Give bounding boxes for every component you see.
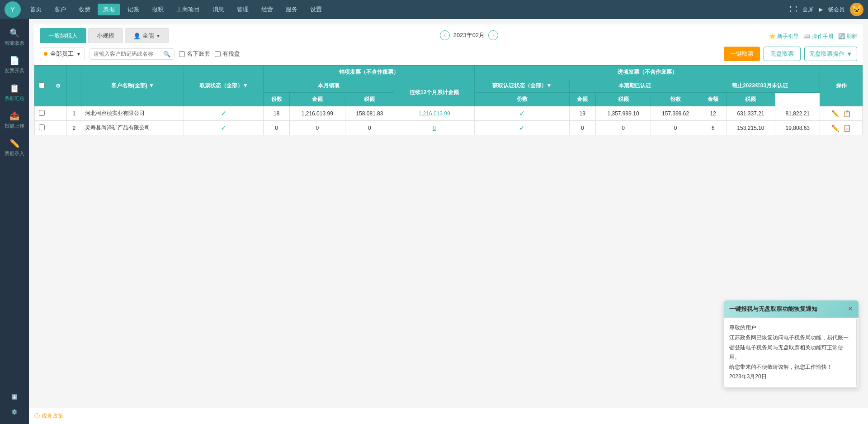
row-sales-amount: 1,216,013.99 — [289, 106, 345, 121]
tab-all-round[interactable]: 👤 全能 ▼ — [125, 28, 169, 43]
th-sales-group: 销项发票（不含作废票） — [264, 66, 475, 79]
sidebar-item-invoice-entry[interactable]: ✏️ 票据录入 — [0, 134, 29, 162]
th-sales-amount: 金额 — [289, 93, 345, 106]
th-monthly-sales: 本月销项 — [264, 79, 394, 93]
account-checkbox-item: 名下账套 — [179, 50, 210, 58]
th-cumulative12: 连续12个月累计金额 — [394, 79, 475, 106]
invoice-open-icon: 📄 — [9, 56, 19, 66]
member-icon: ▶ — [819, 6, 823, 13]
tab-all-round-icon: 👤 — [133, 33, 141, 39]
manual-icon: 📖 — [803, 33, 810, 39]
diskless-ticket-dropdown-btn[interactable]: 无盘取票操作 ▼ — [804, 47, 857, 61]
table-row: 2 灵寿县尚泽矿产品有限公司 ✓ 0 0 0 0 ✓ 0 0 0 6 153,2… — [35, 121, 863, 135]
notification-title: 一键报税与无盘取票功能恢复通知 — [729, 305, 817, 313]
row-cert-status: ✓ — [475, 106, 570, 121]
tab-small-scale[interactable]: 小规模 — [88, 28, 123, 43]
sidebar-item-scan-upload[interactable]: 📤 扫描上传 — [0, 106, 29, 134]
nav-message[interactable]: 消息 — [207, 4, 230, 15]
employee-select[interactable]: 全部员工 ▼ — [40, 48, 85, 60]
row-purchase-tax: 157,399.62 — [651, 106, 700, 121]
notification-popup: 一键报税与无盘取票功能恢复通知 ✕ 尊敬的用户：江苏政务网已恢复访问电子税务局功… — [723, 300, 859, 388]
bottom-bar: ⓘ 税务政策 — [29, 408, 868, 424]
search-box: 🔍 — [90, 48, 175, 60]
row-select-checkbox[interactable] — [39, 110, 45, 116]
tabs-row: 一般纳税人 小规模 👤 全能 ▼ ‹ 2023年02月 › ⭐ 新手引导 — [34, 24, 863, 43]
sidebar-item-label-scan-upload: 扫描上传 — [5, 123, 24, 129]
row-uncert-tax: 81,822.21 — [775, 106, 820, 121]
nav-home[interactable]: 首页 — [24, 4, 47, 15]
nav-manage[interactable]: 管理 — [231, 4, 254, 15]
account-checkbox[interactable] — [179, 51, 185, 57]
row-sales-tax: 158,081.83 — [345, 106, 394, 121]
th-action: 操作 — [820, 66, 863, 106]
tax-policy-link[interactable]: ⓘ 税务政策 — [34, 412, 63, 420]
month-nav: ‹ 2023年02月 › — [440, 30, 498, 43]
edit-icon[interactable]: ✏️ — [831, 124, 839, 132]
nav-customer[interactable]: 客户 — [49, 4, 71, 15]
account-checkbox-label: 名下账套 — [187, 50, 210, 58]
row-index: 1 — [67, 106, 81, 121]
row-config — [49, 121, 67, 135]
row-uncert-count: 6 — [700, 121, 726, 135]
nav-settings[interactable]: 设置 — [305, 4, 327, 15]
new-guide-link[interactable]: ⭐ 新手引导 — [769, 33, 799, 40]
chevron-down-icon: ▼ — [76, 52, 81, 57]
manual-link[interactable]: 📖 操作手册 — [803, 33, 833, 40]
one-key-ticket-btn[interactable]: 一键取票 — [724, 47, 760, 61]
row-sales-count: 18 — [264, 106, 290, 121]
row-pickup-status: ✓ — [184, 106, 264, 121]
notification-close-btn[interactable]: ✕ — [848, 305, 853, 312]
fullscreen-btn[interactable] — [790, 5, 797, 14]
tab-general-taxpayer[interactable]: 一般纳税人 — [40, 28, 86, 43]
row-customer-name: 灵寿县尚泽矿产品有限公司 — [81, 121, 184, 135]
nav-bookkeeping[interactable]: 记账 — [122, 4, 145, 15]
invoice-summary-icon: 📋 — [9, 83, 19, 93]
row-purchase-amount: 0 — [595, 121, 651, 135]
row-select-checkbox[interactable] — [39, 124, 45, 130]
row-customer-name: 河北柯容桢实业有限公司 — [81, 106, 184, 121]
avatar[interactable]: 🐱 — [850, 3, 863, 16]
refresh-link[interactable]: 🔄 刷新 — [838, 33, 857, 40]
nav-tax[interactable]: 报税 — [146, 4, 169, 15]
row-index: 2 — [67, 121, 81, 135]
select-all-checkbox[interactable] — [39, 82, 45, 88]
invoice-table: ⚙ 客户名称(全部) ▼ 取票状态（全部）▼ 销项发票（不含作废票） — [34, 65, 863, 135]
month-prev-btn[interactable]: ‹ — [440, 30, 450, 40]
sidebar-item-invoice-summary[interactable]: 📋 票据汇总 — [0, 79, 29, 106]
search-input[interactable] — [94, 51, 161, 57]
nav-fee[interactable]: 收费 — [73, 4, 96, 15]
diskless-ticket-btn[interactable]: 无盘取票 — [764, 47, 801, 61]
row-uncert-amount: 153,215.10 — [726, 121, 775, 135]
th-purchase-group: 进项发票（不含作废票） — [475, 66, 820, 79]
edit-icon[interactable]: ✏️ — [831, 110, 839, 117]
view-icon[interactable]: 📋 — [843, 124, 851, 132]
th-purchase-uncertified: 截止2023年03月未认证 — [700, 79, 820, 93]
month-next-btn[interactable]: › — [488, 30, 498, 40]
view-icon[interactable]: 📋 — [843, 110, 851, 117]
sidebar-settings[interactable]: ⚙️ — [9, 405, 19, 419]
member-label[interactable]: 畅会员 — [828, 6, 844, 14]
tax-disk-checkbox[interactable] — [215, 51, 221, 57]
smart-ticket-icon: 🔍 — [9, 28, 19, 38]
row-action: ✏️ 📋 — [820, 121, 863, 135]
nav-operation[interactable]: 经营 — [256, 4, 278, 15]
th-pickup-status[interactable]: 取票状态（全部）▼ — [184, 66, 264, 106]
search-icon[interactable]: 🔍 — [163, 51, 170, 57]
row-purchase-amount: 1,357,999.10 — [595, 106, 651, 121]
invoice-entry-icon: ✏️ — [9, 138, 19, 148]
sidebar-download[interactable]: ⬇️ — [9, 390, 19, 405]
th-customer-name[interactable]: 客户名称(全部) ▼ — [81, 66, 184, 106]
app-logo: Y — [5, 1, 21, 18]
sidebar-item-invoice-open[interactable]: 📄 发票开具 — [0, 51, 29, 79]
nav-service[interactable]: 服务 — [280, 4, 303, 15]
sidebar-item-label-invoice-summary: 票据汇总 — [5, 95, 24, 102]
table-row: 1 河北柯容桢实业有限公司 ✓ 18 1,216,013.99 158,081.… — [35, 106, 863, 121]
sidebar-item-smart-ticket[interactable]: 🔍 智能取票 — [0, 24, 29, 51]
dropdown-chevron-icon: ▼ — [846, 51, 852, 57]
row-cumulative12: 0 — [394, 121, 475, 135]
nav-business[interactable]: 工商项目 — [171, 4, 205, 15]
nav-ticket[interactable]: 票据 — [98, 4, 120, 15]
th-cert-status[interactable]: 获取认证状态（全部）▼ — [475, 79, 570, 93]
tax-disk-checkbox-item: 有税盘 — [215, 50, 240, 58]
row-uncert-count: 12 — [700, 106, 726, 121]
